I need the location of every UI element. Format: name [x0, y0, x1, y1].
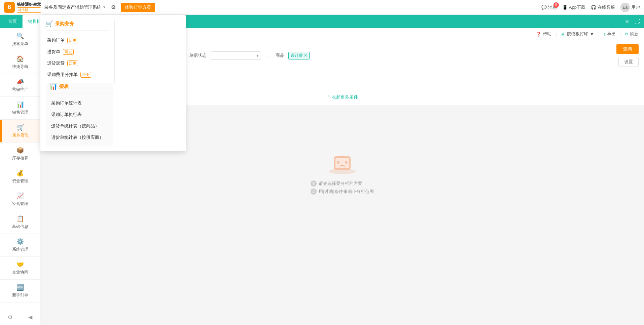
sidebar-item-finance-label: 资金管理 [12, 178, 28, 184]
purchase-section-title: 🛒 采购业务 [46, 20, 109, 31]
settings-icon[interactable]: ⚙ [109, 3, 118, 12]
dropdown-item-cost[interactable]: 采购费用分摊单 历史 [46, 69, 109, 80]
sidebar-settings-btn[interactable]: ⚙ [6, 313, 14, 322]
tab-home[interactable]: 首页 [3, 15, 23, 28]
goods-tag: 设计费 ✕ [288, 52, 310, 59]
sidebar-item-basic[interactable]: 📋 基础信息 [0, 211, 40, 234]
sidebar-item-quicknav[interactable]: 🏠 快捷导航 [0, 51, 40, 74]
dropdown-item-purchase-order[interactable]: 采购订单 历史 [46, 35, 109, 46]
help-icon: ❓ [536, 32, 541, 37]
sidebar-item-marketing-label: 营销推广 [12, 87, 28, 92]
active-bar [1, 120, 2, 142]
dropdown-item-inbound-by-supplier[interactable]: 进货单统计表（按供应商） [50, 132, 113, 143]
dropdown-item-order-stats[interactable]: 采购订单统计表 [50, 97, 113, 109]
inventory-icon: 📦 [16, 147, 24, 154]
tab-expand-icon[interactable]: ⛶ [633, 17, 641, 26]
dropdown-item-inbound-by-goods[interactable]: 进货单统计表（按商品） [50, 120, 113, 132]
export-button[interactable]: ↑ 导出 [603, 31, 616, 37]
sidebar-item-system[interactable]: ⚙️ 系统管理 [0, 234, 40, 257]
sidebar-item-basic-label: 基础信息 [12, 224, 28, 230]
dropdown-item-inbound[interactable]: 进货单 历史 [46, 46, 109, 57]
print-button[interactable]: 🖨 按模板打印 ▼ [561, 31, 594, 37]
user-item[interactable]: Ea 用户 [620, 3, 640, 12]
user-avatar: Ea [620, 3, 630, 12]
print-arrow-icon: ▼ [590, 32, 594, 37]
status-select[interactable] [211, 51, 261, 60]
empty-text: ① 请先选择要分析的方案 ② 用[过滤]条件来缩小分析范围 [311, 180, 373, 197]
sidebar-item-search-label: 搜索菜单 [12, 41, 28, 47]
guide-icon: 🆕 [16, 284, 24, 291]
sidebar-item-purchase-label: 采购管理 [12, 132, 29, 138]
marketing-icon: 📣 [16, 78, 24, 85]
query-button[interactable]: 查询 [616, 44, 639, 54]
search-icon: 🔍 [16, 32, 24, 40]
sidebar-item-enterprise[interactable]: 🤝 企业协同 [0, 257, 40, 280]
message-item[interactable]: 💬 消息 9 [541, 4, 557, 10]
message-icon: 💬 [541, 5, 547, 10]
logo-icon: 6 [4, 2, 15, 13]
purchase-section-icon: 🛒 [46, 20, 53, 28]
refresh-icon: ↻ [625, 32, 629, 37]
sidebar-item-sales[interactable]: 📊 销售管理 [0, 97, 40, 120]
empty-illustration [325, 150, 359, 176]
finance-icon: 💰 [16, 169, 24, 177]
top-bar-right: 💬 消息 9 📱 App下载 🎧 在线客服 Ea 用户 [541, 3, 640, 12]
tab-close-all-icon[interactable]: ✕ [623, 17, 631, 26]
sidebar-item-guide[interactable]: 🆕 新手引导 [0, 280, 40, 302]
dropdown-divider [114, 20, 179, 83]
hint1-num: ① [311, 180, 317, 187]
sidebar-item-marketing[interactable]: 📣 营销推广 [0, 74, 40, 97]
system-icon: ⚙️ [16, 238, 24, 245]
top-bar: 6 畅捷通好生意 标准版 装备及固定资产辅助管理系统 ▼ ⚙ 体验行业方案 💬 … [0, 0, 644, 15]
tab-bar-right: ✕ ⛶ [623, 17, 641, 26]
industry-button[interactable]: 体验行业方案 [121, 3, 155, 12]
main-layout: 🔍 搜索菜单 🏠 快捷导航 📣 营销推广 📊 销售管理 🛒 采购管理 📦 库存核… [0, 28, 644, 325]
sidebar-item-system-label: 系统管理 [12, 247, 28, 252]
phone-icon: 📱 [562, 5, 568, 10]
status-select-wrap: ▼ [211, 51, 261, 60]
hint2-text: 用[过滤]条件来缩小分析范围 [319, 189, 373, 195]
order-exec-label: 采购订单执行表 [51, 112, 82, 118]
sales-icon: 📊 [16, 101, 24, 108]
system-name[interactable]: 装备及固定资产辅助管理系统 ▼ [44, 4, 106, 10]
return-history[interactable]: 历史 [67, 60, 78, 66]
goods-label: 商品 [276, 52, 284, 58]
app-download-item[interactable]: 📱 App下载 [562, 4, 585, 10]
sidebar-item-guide-label: 新手引导 [12, 292, 28, 298]
order-stats-label: 采购订单统计表 [51, 100, 82, 106]
cost-label: 采购费用分摊单 [47, 72, 78, 78]
sidebar-collapse-btn[interactable]: ◀ [27, 313, 34, 322]
sidebar-item-inventory[interactable]: 📦 库存核算 [0, 143, 40, 165]
settings-button[interactable]: 设置 [618, 57, 639, 67]
sidebar-item-operations[interactable]: 📈 经营管理 [0, 188, 40, 211]
dropdown-item-return[interactable]: 进货退货 历史 [46, 57, 109, 69]
help-button[interactable]: ❓ 帮助 [536, 31, 551, 37]
sidebar-item-quicknav-label: 快捷导航 [12, 64, 28, 70]
toolbar-divider-2: | [598, 32, 599, 37]
dropdown-purchase-section: 🛒 采购业务 采购订单 历史 进货单 历史 进货退货 历史 采购费用分摊单 历史 [46, 20, 113, 83]
cost-history[interactable]: 历史 [80, 72, 91, 78]
logo-title: 畅捷通好生意 [17, 2, 41, 7]
service-item[interactable]: 🎧 在线客服 [591, 4, 615, 10]
goods-dots[interactable]: ··· [314, 53, 320, 58]
toolbar-divider-1: | [556, 32, 557, 37]
top-bar-nav: 装备及固定资产辅助管理系统 ▼ ⚙ 体验行业方案 [44, 3, 541, 12]
logo-badge: 标准版 [17, 7, 41, 13]
goods-tag-close[interactable]: ✕ [304, 53, 307, 58]
inbound-history[interactable]: 历史 [63, 49, 74, 55]
export-icon: ↑ [603, 32, 606, 37]
refresh-button[interactable]: ↻ 刷新 [625, 31, 639, 37]
sidebar-item-purchase[interactable]: 🛒 采购管理 [0, 120, 40, 143]
purchase-order-history[interactable]: 历史 [67, 38, 78, 43]
sidebar-item-search[interactable]: 🔍 搜索菜单 [0, 28, 40, 51]
status-label: 单据状态 [189, 52, 207, 58]
inbound-goods-label: 进货单统计表（按商品） [51, 123, 99, 129]
return-label: 进货退货 [47, 60, 65, 66]
sidebar-item-finance[interactable]: 💰 资金管理 [0, 165, 40, 188]
status-dots[interactable]: ··· [265, 53, 272, 58]
purchase-order-label: 采购订单 [47, 37, 65, 43]
dropdown-item-order-exec[interactable]: 采购订单执行表 [50, 109, 113, 120]
system-name-arrow: ▼ [103, 5, 106, 9]
sidebar: 🔍 搜索菜单 🏠 快捷导航 📣 营销推广 📊 销售管理 🛒 采购管理 📦 库存核… [0, 28, 40, 325]
purchase-icon: 🛒 [17, 124, 24, 131]
